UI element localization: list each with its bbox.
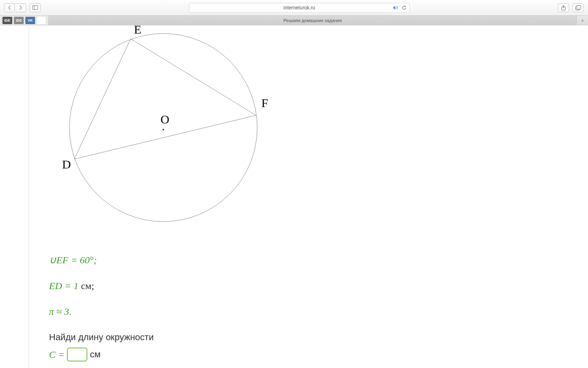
address-bar-wrap: interneturok.ru <box>44 3 555 13</box>
chevron-right-icon <box>19 5 22 10</box>
svg-point-9 <box>163 129 164 130</box>
answer-unit: см <box>90 349 100 360</box>
favorites-bar: IDE IDE VK <box>0 16 49 25</box>
plus-icon: + <box>581 17 584 24</box>
point-F-label: F <box>261 96 268 110</box>
answer-variable: C = <box>49 349 65 360</box>
address-right-icons <box>393 5 407 10</box>
address-bar[interactable]: interneturok.ru <box>189 3 410 13</box>
new-tab-button[interactable]: + <box>577 16 588 25</box>
pi-condition: π ≈ 3. <box>49 306 588 317</box>
svg-point-5 <box>69 34 257 222</box>
chevron-left-icon <box>8 5 11 10</box>
share-icon <box>561 5 566 11</box>
answer-input[interactable] <box>67 348 87 361</box>
circle-diagram-svg: E F D O <box>41 25 270 246</box>
ed-condition: ED = 1 см; <box>49 280 588 292</box>
back-button[interactable] <box>4 3 15 12</box>
content-area: E F D O ∪EF = 60°; ED = 1 см; π ≈ 3. Най… <box>0 25 588 368</box>
tabs-icon <box>575 5 581 10</box>
nav-buttons <box>4 3 26 12</box>
sidebar-toggle-button[interactable] <box>29 3 41 12</box>
fav-blank[interactable] <box>37 17 46 24</box>
tab-bar: IDE IDE VK Решаем домашние задания + <box>0 16 588 25</box>
active-tab[interactable]: Решаем домашние задания <box>49 16 577 25</box>
tab-title: Решаем домашние задания <box>283 18 342 23</box>
toolbar-right <box>558 3 584 12</box>
fav-vk[interactable]: VK <box>25 17 35 24</box>
given-conditions: ∪EF = 60°; ED = 1 см; π ≈ 3. Найди длину… <box>41 254 588 361</box>
answer-line: C = см <box>49 348 588 361</box>
arc-ef-condition: ∪EF = 60°; <box>49 254 588 266</box>
svg-line-6 <box>131 39 256 115</box>
sidebar-icon <box>32 5 38 10</box>
reload-icon[interactable] <box>402 5 407 10</box>
forward-button[interactable] <box>16 3 26 12</box>
svg-rect-4 <box>577 5 581 9</box>
url-text: interneturok.ru <box>283 5 315 11</box>
tabs-button[interactable] <box>572 3 584 12</box>
fav-ideone-2[interactable]: IDE <box>14 17 24 24</box>
point-O-label: O <box>160 112 169 126</box>
svg-rect-0 <box>33 6 38 10</box>
task-prompt: Найди длину окружности <box>49 332 588 343</box>
geometry-diagram: E F D O <box>41 25 270 246</box>
svg-line-7 <box>74 39 131 159</box>
point-E-label: E <box>134 25 141 36</box>
sound-icon[interactable] <box>393 5 399 10</box>
point-D-label: D <box>62 157 71 171</box>
browser-toolbar: interneturok.ru <box>0 0 588 16</box>
share-button[interactable] <box>558 3 569 12</box>
fav-ideone-1[interactable]: IDE <box>2 17 12 24</box>
page-content: E F D O ∪EF = 60°; ED = 1 см; π ≈ 3. Най… <box>29 25 588 361</box>
